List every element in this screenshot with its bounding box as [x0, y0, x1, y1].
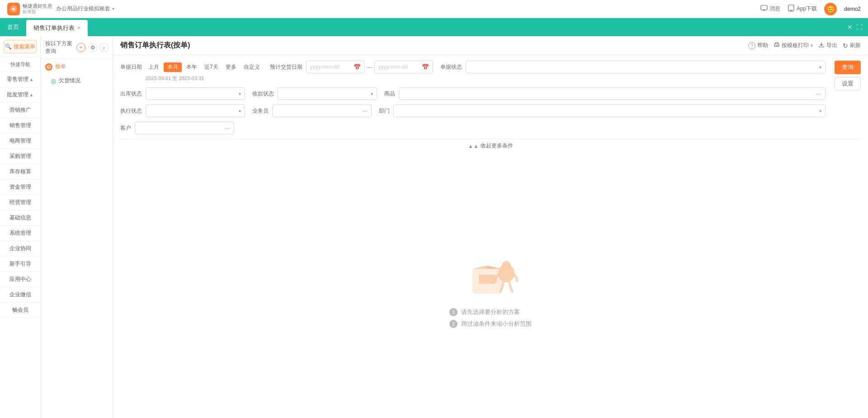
date-tab-more[interactable]: 更多: [223, 62, 239, 72]
sidebar-item-apps[interactable]: 应用中心: [0, 272, 40, 287]
filter-panel-header: 按以下方案查询 + ⚙ «: [41, 36, 113, 59]
scheme-item-by-order[interactable]: 按单: [41, 59, 113, 74]
scheme-item-shortage[interactable]: ◎ 欠货情况: [41, 74, 113, 87]
export-button[interactable]: 导出: [818, 42, 837, 49]
refresh-button[interactable]: ↻ 刷新: [843, 42, 861, 49]
sidebar-section-purchase: 采购管理: [0, 149, 40, 164]
help-button[interactable]: ? 帮助: [748, 42, 768, 49]
sidebar-section-system: 系统管理: [0, 226, 40, 241]
hint-num-1: 1: [449, 308, 458, 316]
payment-dropdown-icon: ▾: [371, 91, 373, 96]
empty-hint-2: 2 用过滤条件来缩小分析范围: [449, 320, 532, 328]
svg-point-10: [502, 261, 511, 270]
retail-arrow: ▲: [29, 77, 34, 82]
sidebar-item-ecommerce[interactable]: 电商管理: [0, 133, 40, 148]
collapse-filters-button[interactable]: ▲▲ 收起更多条件: [120, 139, 861, 152]
search-menu-button[interactable]: 🔍 搜索菜单: [4, 40, 37, 53]
exec-status-select[interactable]: ▾: [146, 104, 245, 117]
dept-dropdown-icon: ▾: [819, 109, 821, 114]
system-title[interactable]: 办公用品行业模拟账套 ▾: [56, 5, 114, 13]
sidebar-search-area: 🔍 搜索菜单: [0, 36, 40, 57]
date-tabs: 上月 本月 本年 近7天 更多 自定义: [146, 62, 263, 72]
tab-home[interactable]: 首页: [0, 18, 26, 36]
date-tab-this-month[interactable]: 本月: [164, 62, 182, 72]
shipment-status-group: 出库状态 ▾: [120, 87, 245, 100]
print-button[interactable]: 按模板打印 ▾: [774, 42, 813, 49]
salesperson-input[interactable]: ···: [272, 104, 372, 117]
print-dropdown-icon[interactable]: ▾: [811, 43, 813, 48]
sidebar-item-wechat[interactable]: 企业微信: [0, 287, 40, 302]
calendar-end-icon: 📅: [422, 64, 429, 71]
exec-status-group: 执行状态 ▾: [120, 104, 245, 117]
tab-sales-exec[interactable]: 销售订单执行表 ×: [26, 20, 88, 36]
action-buttons: 查询 设置: [831, 61, 861, 90]
sidebar-item-purchase[interactable]: 采购管理: [0, 149, 40, 164]
settings-button[interactable]: 设置: [835, 77, 861, 90]
customer-input[interactable]: ···: [135, 122, 234, 134]
add-scheme-button[interactable]: +: [76, 43, 85, 52]
expected-date-start[interactable]: yyyy-mm-dd 📅: [306, 61, 365, 73]
sidebar-item-finance[interactable]: 资金管理: [0, 180, 40, 195]
order-status-select[interactable]: ▾: [466, 61, 826, 73]
hint-num-2: 2: [449, 320, 458, 328]
customer-label: 客户: [120, 124, 131, 132]
date-tab-this-year[interactable]: 本年: [184, 62, 200, 72]
filter-panel-actions: + ⚙ «: [76, 43, 108, 52]
goods-label: 商品: [384, 90, 395, 98]
shipment-dropdown-icon: ▾: [239, 91, 241, 96]
status-dropdown-icon: ▾: [819, 65, 821, 70]
goods-group: 商品 ···: [384, 87, 826, 100]
main-content: 销售订单执行表(按单) ? 帮助 按模板打印 ▾: [113, 36, 868, 418]
print-icon: [774, 42, 780, 49]
tab-close-icon[interactable]: ×: [77, 25, 80, 31]
shipment-label: 出库状态: [120, 90, 142, 98]
sidebar-item-sales[interactable]: 销售管理: [0, 118, 40, 133]
payment-status-select[interactable]: ▾: [278, 87, 377, 100]
customer-group: 客户 ···: [120, 122, 234, 134]
expected-date-label: 预计交货日期: [270, 63, 302, 71]
app-download-button[interactable]: App下载: [788, 5, 817, 13]
collapse-up-icon: ▲▲: [468, 143, 479, 149]
goods-input[interactable]: ···: [399, 87, 826, 100]
sidebar-section-cooperation: 企业协同: [0, 241, 40, 256]
calendar-start-icon: 📅: [354, 64, 361, 71]
date-label: 单据日期: [120, 63, 142, 71]
quick-nav[interactable]: 快捷导航: [0, 57, 40, 72]
customer-ellipsis: ···: [225, 124, 230, 132]
sidebar-section-basic: 基础信息: [0, 210, 40, 226]
sidebar-item-member[interactable]: 畅会员: [0, 303, 40, 318]
collapse-panel-button[interactable]: «: [100, 43, 108, 52]
date-tab-custom[interactable]: 自定义: [241, 62, 263, 72]
date-tab-last-month[interactable]: 上月: [146, 62, 162, 72]
svg-rect-6: [775, 45, 778, 46]
sidebar-item-wholesale[interactable]: 批发管理 ▲: [0, 87, 40, 102]
sidebar-item-inventory[interactable]: 库存核算: [0, 164, 40, 179]
sidebar-section-newbie: 新手引导: [0, 256, 40, 272]
expected-date-end[interactable]: yyyy-mm-dd 📅: [374, 61, 433, 73]
dept-label: 部门: [379, 107, 390, 115]
sidebar-section-ecommerce: 电商管理: [0, 133, 40, 149]
sidebar-section-retail: 零售管理 ▲: [0, 72, 40, 87]
avatar[interactable]: 😊: [824, 3, 837, 15]
filter-block: 单据日期 上月 本月 本年 近7天 更多 自定义: [113, 55, 868, 158]
date-tab-7days[interactable]: 近7天: [202, 62, 221, 72]
settings-scheme-button[interactable]: ⚙: [88, 43, 97, 52]
message-button[interactable]: 消息: [760, 5, 780, 13]
sidebar-item-operations[interactable]: 经营管理: [0, 195, 40, 210]
sidebar-item-basic[interactable]: 基础信息: [0, 210, 40, 225]
window-maximize-icon[interactable]: ⛶: [856, 24, 863, 31]
app-icon: [788, 5, 795, 13]
dept-select[interactable]: ▾: [393, 104, 826, 117]
sidebar-item-cooperation[interactable]: 企业协同: [0, 241, 40, 256]
order-status-label: 单据状态: [440, 63, 462, 71]
sidebar-item-system[interactable]: 系统管理: [0, 226, 40, 241]
sidebar-item-retail[interactable]: 零售管理 ▲: [0, 72, 40, 87]
sidebar-item-newbie[interactable]: 新手引导: [0, 256, 40, 271]
search-button[interactable]: 查询: [835, 61, 861, 74]
sidebar-item-marketing[interactable]: 营销推广: [0, 103, 40, 118]
sidebar-section-inventory: 库存核算: [0, 164, 40, 180]
shipment-status-select[interactable]: ▾: [146, 87, 245, 100]
refresh-icon: ↻: [843, 42, 848, 49]
dropdown-icon[interactable]: ▾: [112, 6, 114, 11]
window-close-icon[interactable]: ✕: [847, 24, 853, 31]
